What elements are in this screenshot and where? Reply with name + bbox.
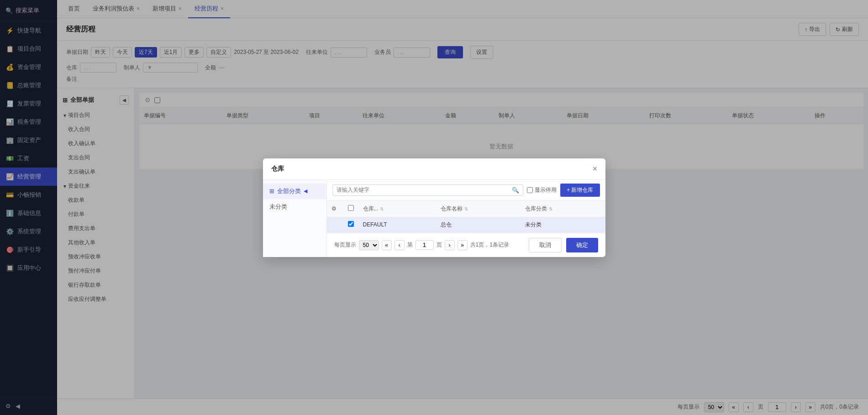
- modal-action-buttons: 取消 确定: [529, 238, 598, 252]
- modal-cancel-button[interactable]: 取消: [529, 238, 562, 252]
- modal-header: 仓库 ×: [263, 158, 605, 180]
- modal-next-btn[interactable]: ›: [445, 240, 455, 250]
- modal-row-name: 总仓: [436, 217, 521, 232]
- modal-search-input[interactable]: [337, 187, 510, 193]
- modal-th-checkbox: [343, 201, 358, 217]
- modal-first-btn[interactable]: «: [382, 240, 392, 250]
- modal-table-header-row: ⚙ 仓库... ⇅ 仓库名称 ⇅: [327, 201, 605, 217]
- modal-th-code: 仓库... ⇅: [358, 201, 437, 217]
- modal-table-row[interactable]: DEFAULT 总仓 未分类: [327, 217, 605, 232]
- modal-toolbar: 🔍 显示停用 + 新增仓库: [327, 180, 605, 201]
- modal-overlay: 仓库 × ⊞ 全部分类 ◀ 未分类 🔍: [0, 0, 868, 415]
- modal-search-icon[interactable]: 🔍: [512, 187, 519, 194]
- modal-prev-btn[interactable]: ‹: [395, 240, 405, 250]
- modal-row-category: 未分类: [521, 217, 605, 232]
- modal-pagination: 每页显示 50 « ‹ 第 页 › » 共1页，1条记录: [334, 240, 509, 250]
- modal-th-name: 仓库名称 ⇅: [436, 201, 521, 217]
- modal-table-wrapper: ⚙ 仓库... ⇅ 仓库名称 ⇅: [327, 201, 605, 233]
- modal-row-select[interactable]: [348, 221, 354, 227]
- modal-last-btn[interactable]: »: [458, 240, 468, 250]
- modal-row-code: DEFAULT: [358, 217, 437, 232]
- modal-per-page-label: 每页显示: [334, 241, 356, 249]
- modal-close-button[interactable]: ×: [593, 165, 597, 173]
- modal-select-all[interactable]: [348, 205, 354, 211]
- modal-warehouse-table: ⚙ 仓库... ⇅ 仓库名称 ⇅: [327, 201, 605, 233]
- tree-collapse-icon[interactable]: ◀: [304, 188, 307, 194]
- show-disabled-checkbox[interactable]: [527, 187, 533, 193]
- modal-search-box: 🔍: [332, 184, 524, 196]
- modal-th-gear: ⚙: [327, 201, 343, 217]
- sort-name-icon: ⇅: [464, 206, 468, 211]
- modal-body: ⊞ 全部分类 ◀ 未分类 🔍 显示停用: [263, 180, 605, 257]
- modal-title: 仓库: [271, 165, 284, 173]
- modal-footer: 每页显示 50 « ‹ 第 页 › » 共1页，1条记录: [327, 233, 605, 257]
- modal-th-category: 仓库分类 ⇅: [521, 201, 605, 217]
- warehouse-modal: 仓库 × ⊞ 全部分类 ◀ 未分类 🔍: [263, 158, 605, 257]
- modal-content-panel: 🔍 显示停用 + 新增仓库 ⚙: [327, 180, 605, 257]
- modal-confirm-button[interactable]: 确定: [566, 238, 598, 252]
- modal-row-checkbox: [343, 217, 358, 232]
- grid-icon-modal: ⊞: [269, 188, 274, 194]
- add-warehouse-button[interactable]: + 新增仓库: [560, 184, 600, 197]
- modal-row-gear: [327, 217, 343, 232]
- modal-page-label: 第: [407, 241, 413, 249]
- modal-total-info: 共1页，1条记录: [470, 241, 509, 249]
- modal-tree-panel: ⊞ 全部分类 ◀ 未分类: [263, 180, 327, 257]
- show-disabled-checkbox-label: 显示停用: [527, 186, 557, 194]
- modal-page-input[interactable]: [416, 240, 434, 250]
- modal-tree-all[interactable]: ⊞ 全部分类 ◀: [263, 184, 326, 199]
- modal-per-page-select[interactable]: 50: [359, 240, 379, 250]
- gear-icon-th[interactable]: ⚙: [331, 205, 337, 212]
- modal-page-suffix: 页: [437, 241, 442, 249]
- unclassified-label: 未分类: [269, 203, 287, 211]
- modal-tree-unclassified[interactable]: 未分类: [263, 199, 326, 215]
- sort-code-icon: ⇅: [380, 206, 384, 211]
- sort-category-icon: ⇅: [549, 206, 552, 211]
